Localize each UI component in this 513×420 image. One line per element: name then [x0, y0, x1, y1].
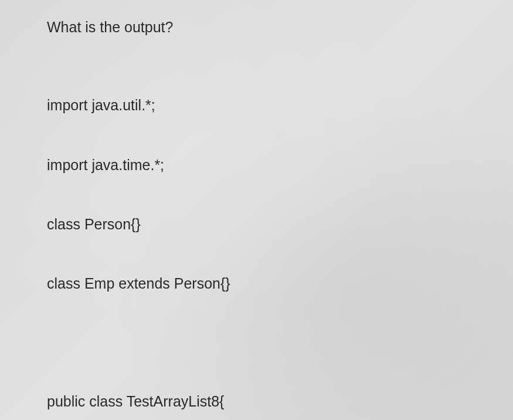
- code-line: import java.util.*;: [47, 96, 466, 116]
- code-block: import java.util.*; import java.time.*; …: [47, 56, 466, 420]
- code-line: public class TestArrayList8{: [47, 392, 466, 412]
- question-content: What is the output? import java.util.*; …: [47, 18, 466, 420]
- code-line: import java.time.*;: [47, 155, 466, 175]
- blank-line: [47, 333, 466, 352]
- question-prompt: What is the output?: [47, 18, 466, 38]
- code-line: class Person{}: [47, 215, 466, 235]
- code-line: class Emp extends Person{}: [47, 274, 466, 294]
